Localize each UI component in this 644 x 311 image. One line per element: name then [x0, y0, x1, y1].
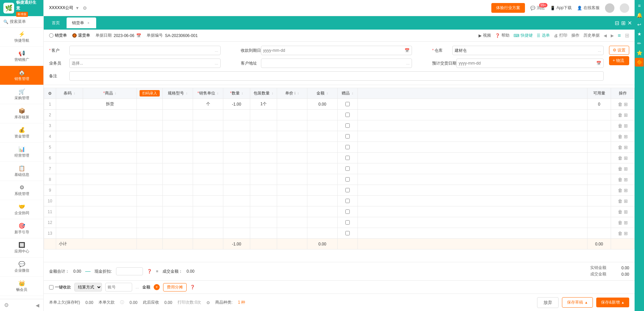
amount-cell-1[interactable]: 0.00: [307, 99, 338, 110]
gift-checkbox-9[interactable]: [345, 188, 350, 192]
sidebar-item-marketing[interactable]: 📢 营销推广: [0, 47, 43, 66]
delivery-calendar-icon[interactable]: 📅: [596, 61, 601, 66]
copy-icon-8[interactable]: ⊞: [624, 177, 628, 182]
unit-cell-1[interactable]: 个: [193, 99, 223, 110]
gift-checkbox-1[interactable]: [345, 102, 350, 106]
warehouse-ellipsis[interactable]: ...: [598, 48, 601, 53]
message-item[interactable]: 💬 消息 99+: [530, 5, 545, 11]
payment-due-input-wrapper[interactable]: 📅: [261, 46, 412, 55]
discard-button[interactable]: 放弃: [537, 297, 559, 308]
sidebar-item-enterprise[interactable]: 🤝 企业协同: [0, 200, 43, 219]
rp-icon-3[interactable]: ↩: [635, 20, 644, 29]
grid-view-icon[interactable]: ⊞: [625, 32, 629, 39]
prev-record-icon[interactable]: ◀: [604, 33, 607, 38]
operation-btn[interactable]: 操作: [571, 33, 579, 38]
delete-icon-12[interactable]: 🗑: [618, 220, 622, 225]
gift-checkbox-5[interactable]: [345, 145, 350, 149]
payment-calendar-icon[interactable]: 📅: [405, 48, 410, 53]
expense-help-icon[interactable]: ❓: [190, 285, 195, 289]
user-avatar-2[interactable]: [620, 3, 629, 13]
cash-discount-input-wrapper[interactable]: [116, 267, 143, 275]
copy-icon-3[interactable]: ⊞: [624, 123, 628, 128]
customer-input[interactable]: [72, 48, 215, 53]
rp-icon-6[interactable]: ⭐: [635, 48, 644, 57]
customer-input-wrapper[interactable]: ...: [69, 46, 221, 55]
sidebar-item-guide[interactable]: 🎯 新手引导: [0, 219, 43, 238]
copy-icon-2[interactable]: ⊞: [624, 112, 628, 118]
settings-button[interactable]: ⚙ 设置: [609, 46, 629, 55]
rp-icon-4[interactable]: ★: [635, 30, 644, 38]
close-all-icon[interactable]: ✕: [628, 20, 632, 26]
save-draft-button[interactable]: 保存草稿 ▲: [562, 297, 593, 308]
payment-due-input[interactable]: [263, 48, 405, 53]
col-amount[interactable]: 金额 ↕: [307, 88, 338, 99]
delete-icon-5[interactable]: 🗑: [618, 145, 622, 150]
print-btn[interactable]: 🖨 打印: [554, 33, 567, 38]
save-new-arrow[interactable]: ▲: [621, 301, 624, 304]
question-icon[interactable]: ❓: [147, 269, 152, 274]
warehouse-input-wrapper[interactable]: 建材仓 ...: [452, 46, 604, 55]
delete-icon-9[interactable]: 🗑: [618, 188, 622, 193]
sales-order-radio[interactable]: 销货单: [49, 33, 67, 38]
copy-icon-1[interactable]: ⊞: [624, 102, 628, 107]
sidebar-item-system[interactable]: ⚙ 系统管理: [0, 181, 43, 200]
sidebar-item-operations[interactable]: 📊 经营管理: [0, 143, 43, 162]
tab-close-icon[interactable]: ×: [86, 21, 91, 25]
sidebar-item-member[interactable]: 👑 畅会员: [0, 277, 43, 296]
col-price[interactable]: 单价 ℹ ↕: [277, 88, 307, 99]
copy-icon-12[interactable]: ⊞: [624, 220, 628, 225]
copy-icon-7[interactable]: ⊞: [624, 166, 628, 171]
pack-qty-cell-1[interactable]: 1个: [250, 99, 277, 110]
rp-icon-2[interactable]: 🔔: [635, 11, 644, 20]
gift-checkbox-8[interactable]: [345, 177, 350, 182]
next-record-icon[interactable]: ▶: [611, 33, 614, 38]
notes-input-wrapper[interactable]: [69, 71, 604, 81]
save-new-button[interactable]: 保存&新增 ▲: [596, 298, 629, 307]
col-scan-btn[interactable]: 扫码录入: [137, 88, 163, 99]
col-available[interactable]: 可用量: [588, 88, 611, 99]
calendar-icon[interactable]: 📅: [136, 33, 141, 38]
delete-icon-2[interactable]: 🗑: [618, 112, 622, 118]
gift-checkbox-7[interactable]: [345, 166, 350, 171]
one-click-payment[interactable]: 一键收款: [49, 284, 71, 290]
col-unit[interactable]: *销售单位 ↕: [193, 88, 223, 99]
copy-icon-10[interactable]: ⊞: [624, 198, 628, 204]
sidebar-item-sales[interactable]: 🏠 销售管理: [0, 66, 43, 85]
col-pack-qty[interactable]: 包装数量 ↕: [250, 88, 277, 99]
salesperson-ellipsis[interactable]: ...: [215, 61, 218, 66]
user-avatar[interactable]: [605, 3, 614, 13]
address-ellipsis[interactable]: ...: [406, 61, 410, 66]
online-service-item[interactable]: 👤 在线客服: [577, 5, 600, 11]
search-menu[interactable]: 🔍 搜索菜单: [0, 16, 43, 28]
sidebar-item-finance[interactable]: 💰 资金管理: [0, 123, 43, 143]
tab-sales-order[interactable]: 销货单 ×: [67, 17, 96, 28]
copy-icon-13[interactable]: ⊞: [624, 231, 628, 236]
grid-icon[interactable]: ⊞: [621, 20, 626, 26]
delete-icon-7[interactable]: 🗑: [618, 166, 622, 171]
sidebar-item-wechat[interactable]: 💬 企业微信: [0, 258, 43, 277]
copy-icon-9[interactable]: ⊞: [624, 188, 628, 193]
gift-checkbox-10[interactable]: [345, 199, 350, 203]
gift-checkbox-12[interactable]: [345, 220, 350, 225]
select-btn[interactable]: ☰ 选单: [537, 33, 550, 38]
gift-checkbox-13[interactable]: [345, 231, 350, 235]
gift-checkbox-6[interactable]: [345, 156, 350, 160]
settlement-method-select[interactable]: 结算方式: [74, 283, 102, 291]
sidebar-collapse-icon[interactable]: ◀: [36, 303, 39, 308]
list-view-icon[interactable]: ≡: [618, 33, 621, 39]
logistics-button[interactable]: + 物流: [609, 56, 629, 65]
barcode-cell-1[interactable]: [56, 99, 83, 110]
expense-split-button[interactable]: 费用分摊: [163, 283, 187, 291]
spec-cell-1[interactable]: [163, 99, 193, 110]
col-gift[interactable]: 赠品 ↕: [338, 88, 358, 99]
customer-ellipsis[interactable]: ...: [215, 48, 218, 53]
table-container[interactable]: ⚙ 条码 ↕ *商品 ↕ 扫码录入 规格型号 ↕ *销售单位 ↕ *数量 ↕ 包…: [44, 88, 635, 262]
address-input-wrapper[interactable]: ...: [261, 59, 412, 68]
return-order-radio[interactable]: 退货单: [72, 33, 90, 38]
sidebar-item-purchase[interactable]: 🛒 采购管理: [0, 85, 43, 104]
experience-button[interactable]: 体验行业方案: [491, 3, 525, 13]
gift-checkbox-2[interactable]: [345, 113, 350, 117]
history-btn[interactable]: 历史单据: [583, 33, 600, 38]
sidebar-item-app-center[interactable]: 🔲 应用中心: [0, 238, 43, 258]
delete-icon-3[interactable]: 🗑: [618, 123, 622, 128]
